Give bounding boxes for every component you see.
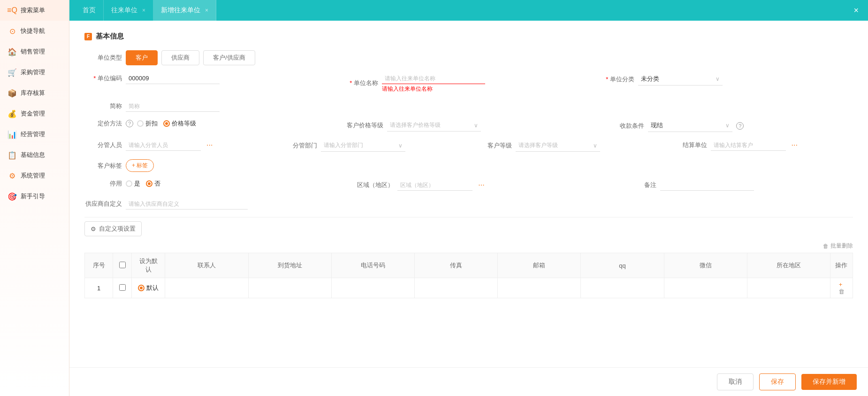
payment-help-icon[interactable]: ? bbox=[736, 122, 744, 130]
supplier-custom-input[interactable] bbox=[126, 198, 248, 210]
col-email: 邮箱 bbox=[498, 253, 581, 278]
tab-counterparty-close[interactable]: × bbox=[142, 7, 145, 14]
price-level-select[interactable]: 请选择客户价格等级 ∨ bbox=[387, 119, 481, 132]
add-tag-button[interactable]: + 标签 bbox=[126, 159, 154, 172]
tab-counterparty[interactable]: 往来单位 × bbox=[104, 0, 153, 21]
disabled-no-radio[interactable]: 否 bbox=[146, 179, 160, 188]
sidebar-item-basic-info[interactable]: 📋 基础信息 bbox=[0, 145, 69, 165]
short-name-label: 简称 bbox=[84, 102, 122, 110]
category-select[interactable]: 未分类 ∨ bbox=[638, 73, 723, 85]
sales-icon: 🏠 bbox=[8, 47, 17, 56]
pricing-row: 定价方法 ? 折扣 价格等级 客户价格等级 bbox=[84, 119, 853, 132]
short-name-row: 简称 bbox=[84, 101, 853, 112]
col-fax: 传真 bbox=[414, 253, 497, 278]
unit-btn-customer[interactable]: 客户 bbox=[126, 50, 158, 65]
sidebar-item-sales[interactable]: 🏠 销售管理 bbox=[0, 41, 69, 62]
tab-home[interactable]: 首页 bbox=[75, 0, 104, 21]
disabled-region-row: 停用 是 否 区域（地区） ··· bbox=[84, 179, 853, 191]
supplier-custom-label: 供应商自定义 bbox=[84, 200, 122, 208]
disabled-no-dot bbox=[148, 182, 151, 185]
tag-field: 客户标签 + 标签 bbox=[84, 159, 853, 172]
phone-input[interactable] bbox=[336, 285, 410, 292]
save-button[interactable]: 保存 bbox=[759, 373, 796, 390]
row-phone[interactable] bbox=[331, 278, 414, 298]
settlement-more-btn[interactable]: ··· bbox=[792, 141, 798, 149]
price-level-chevron: ∨ bbox=[474, 122, 478, 129]
row-email[interactable] bbox=[498, 278, 581, 298]
settlement-label: 结算单位 bbox=[670, 141, 707, 149]
pricing-discount-radio[interactable]: 折扣 bbox=[137, 119, 158, 128]
pricing-radio-group: 折扣 价格等级 bbox=[137, 119, 196, 128]
qq-input[interactable] bbox=[586, 285, 659, 292]
note-input[interactable] bbox=[660, 179, 754, 191]
short-name-input[interactable] bbox=[126, 101, 220, 112]
name-input[interactable] bbox=[382, 73, 485, 84]
sidebar-item-quick-nav[interactable]: ⊙ 快捷导航 bbox=[0, 21, 69, 41]
payment-select[interactable]: 现结 ∨ bbox=[648, 119, 732, 132]
code-label: 单位编码 bbox=[84, 74, 122, 83]
tab-bar: 首页 往来单位 × 新增往来单位 × × bbox=[69, 0, 868, 21]
disabled-yes-circle bbox=[126, 180, 132, 187]
row-wechat[interactable] bbox=[664, 278, 747, 298]
address-input[interactable] bbox=[253, 285, 327, 292]
code-input[interactable] bbox=[126, 73, 220, 84]
name-label: 单位名称 bbox=[341, 79, 378, 87]
manager-input[interactable] bbox=[126, 140, 201, 151]
row-region-input[interactable] bbox=[752, 285, 825, 292]
row-region[interactable] bbox=[747, 278, 830, 298]
tab-new-counterparty[interactable]: 新增往来单位 × bbox=[153, 0, 216, 21]
save-add-button[interactable]: 保存并新增 bbox=[801, 374, 857, 390]
region-input[interactable] bbox=[397, 179, 472, 191]
name-error-msg: 请输入往来单位名称 bbox=[382, 85, 485, 93]
row-address[interactable] bbox=[248, 278, 331, 298]
code-field: 单位编码 bbox=[84, 73, 341, 84]
supplier-custom-field: 供应商自定义 bbox=[84, 198, 853, 210]
sidebar-item-finance[interactable]: 💰 资金管理 bbox=[0, 103, 69, 124]
section-basic-info: F 基本信息 bbox=[84, 32, 853, 41]
email-input[interactable] bbox=[503, 285, 576, 292]
price-level-field: 客户价格等级 请选择客户价格等级 ∨ bbox=[346, 119, 592, 132]
settlement-input[interactable] bbox=[711, 140, 786, 151]
region-field: 区域（地区） ··· bbox=[356, 179, 590, 191]
contact-input[interactable] bbox=[170, 285, 243, 292]
tab-new-counterparty-close[interactable]: × bbox=[205, 7, 208, 14]
region-more-btn[interactable]: ··· bbox=[478, 181, 484, 189]
manager-more-btn[interactable]: ··· bbox=[206, 141, 213, 149]
dept-select[interactable]: 请输入分管部门 ∨ bbox=[321, 140, 405, 152]
wechat-input[interactable] bbox=[669, 285, 742, 292]
fax-input[interactable] bbox=[419, 285, 493, 292]
unit-type-row: 单位类型 客户 供应商 客户/供应商 bbox=[84, 50, 853, 65]
batch-delete-button[interactable]: 🗑 批量删除 bbox=[823, 242, 853, 250]
row-contact[interactable] bbox=[165, 278, 248, 298]
form-content: F 基本信息 单位类型 客户 供应商 客户/供应商 单位编码 单位名称 bbox=[69, 21, 868, 367]
customer-level-select[interactable]: 请选择客户等级 ∨ bbox=[516, 140, 600, 152]
unit-type-label: 单位类型 bbox=[84, 54, 122, 62]
operations-icon: 📊 bbox=[8, 130, 17, 139]
sidebar-item-system[interactable]: ⚙ 系统管理 bbox=[0, 165, 69, 186]
select-all-checkbox[interactable] bbox=[119, 262, 126, 268]
dept-chevron: ∨ bbox=[398, 142, 403, 149]
custom-settings-button[interactable]: ⚙ 自定义项设置 bbox=[84, 221, 142, 236]
sidebar-item-operations[interactable]: 📊 经营管理 bbox=[0, 124, 69, 145]
row-action: + 🗑 bbox=[830, 278, 853, 298]
sidebar-item-guide[interactable]: 🎯 新手引导 bbox=[0, 186, 69, 207]
sidebar-item-search[interactable]: ≡Q 搜索菜单 bbox=[0, 0, 69, 21]
window-close-button[interactable]: × bbox=[850, 6, 862, 16]
disabled-yes-radio[interactable]: 是 bbox=[126, 179, 140, 188]
row-qq[interactable] bbox=[581, 278, 664, 298]
pricing-level-radio[interactable]: 价格等级 bbox=[163, 119, 196, 128]
cancel-button[interactable]: 取消 bbox=[717, 373, 754, 390]
row-default-radio[interactable]: 默认 bbox=[137, 284, 160, 292]
row-add-btn[interactable]: + bbox=[839, 281, 843, 288]
sidebar-item-purchase[interactable]: 🛒 采购管理 bbox=[0, 62, 69, 83]
section-icon: F bbox=[84, 33, 92, 40]
unit-btn-supplier[interactable]: 供应商 bbox=[161, 50, 199, 65]
row-delete-btn[interactable]: 🗑 bbox=[838, 288, 845, 295]
row-checkbox-cell bbox=[113, 278, 132, 298]
row-fax[interactable] bbox=[414, 278, 497, 298]
price-level-label: 客户价格等级 bbox=[346, 121, 383, 130]
pricing-help-icon[interactable]: ? bbox=[126, 120, 133, 127]
sidebar-item-inventory[interactable]: 📦 库存核算 bbox=[0, 83, 69, 103]
row-checkbox[interactable] bbox=[119, 284, 126, 291]
unit-btn-both[interactable]: 客户/供应商 bbox=[203, 50, 255, 65]
